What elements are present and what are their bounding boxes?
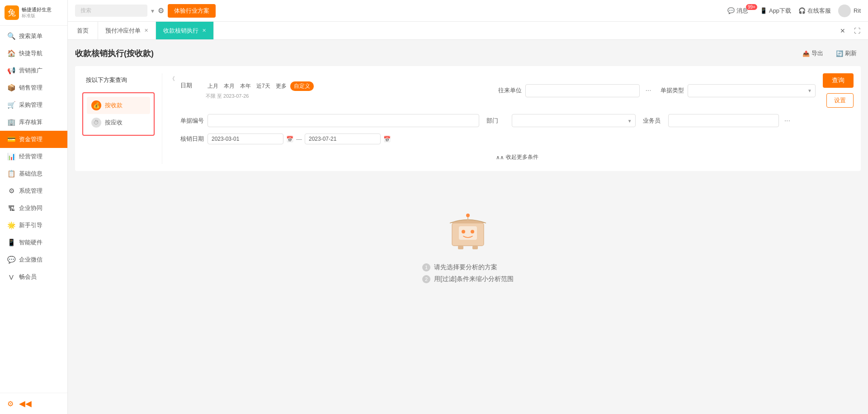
empty-tip-1: 1 请先选择要分析的方案 xyxy=(422,263,514,271)
sidebar-item-quick-nav[interactable]: 🏠 快捷导航 xyxy=(0,45,67,62)
cal-end-icon[interactable]: 📅 xyxy=(383,136,391,143)
doc-type-select[interactable] xyxy=(688,84,816,97)
sidebar-item-purchase[interactable]: 🛒 采购管理 xyxy=(0,96,67,114)
topbar-dropdown-icon[interactable]: ▾ xyxy=(151,7,154,14)
sidebar-item-basic-info[interactable]: 📋 基础信息 xyxy=(0,165,67,182)
dept-select[interactable] xyxy=(512,114,636,127)
counterpart-input[interactable] xyxy=(525,84,640,97)
date-field: 日期 上月 本月 本年 近7天 更多 自定义 不限 至 2023-07-26 xyxy=(180,81,491,100)
collapse-more-btn[interactable]: ∧∧ 收起更多条件 xyxy=(180,151,854,164)
operation-icon: 📊 xyxy=(7,152,15,161)
sidebar-label-enterprise: 企业协同 xyxy=(19,204,42,212)
tab-prepay-offset[interactable]: 预付冲应付单 ✕ xyxy=(98,22,156,39)
verification-date-start[interactable] xyxy=(208,133,283,144)
message-icon: 💬 xyxy=(727,7,735,14)
verification-date-end[interactable] xyxy=(305,133,381,144)
sidebar-label-finance: 资金管理 xyxy=(19,135,42,143)
sales-icon: 📦 xyxy=(7,84,15,92)
tab-receipt-offset[interactable]: 收款核销执行 ✕ xyxy=(156,22,214,39)
shortcut-this-year[interactable]: 本年 xyxy=(238,81,253,91)
verification-date-label: 核销日期 xyxy=(180,135,204,143)
tab-close-btn[interactable]: ✕ xyxy=(835,24,850,38)
marketing-icon: 📢 xyxy=(7,67,15,75)
query-button[interactable]: 查询 xyxy=(823,73,854,88)
filter-option-by-receivable[interactable]: ⏱ 按应收 xyxy=(87,114,150,131)
tab-receipt-close-icon[interactable]: ✕ xyxy=(202,28,206,33)
content-area: 收款核销执行(按收款) 📤 导出 🔄 刷新 按以下方案查询 💰 xyxy=(68,40,868,414)
shortcut-custom[interactable]: 自定义 xyxy=(290,81,314,91)
tab-controls: ✕ ⛶ xyxy=(835,24,868,38)
doc-no-input[interactable] xyxy=(208,114,479,127)
svg-rect-7 xyxy=(472,246,478,249)
sidebar-item-sales[interactable]: 📦 销售管理 xyxy=(0,79,67,96)
app-edition: 标准版 xyxy=(22,13,52,19)
app-download-icon: 📱 xyxy=(760,7,767,14)
refresh-label: 刷新 xyxy=(845,49,857,57)
topbar-message[interactable]: 💬 消息 99+ xyxy=(727,7,753,15)
vip-icon: V xyxy=(7,273,15,281)
tab-prepay-close-icon[interactable]: ✕ xyxy=(144,28,148,33)
settings-bottom-icon[interactable]: ⚙ xyxy=(7,400,14,408)
doc-type-label: 单据类型 xyxy=(660,86,684,95)
tab-expand-btn[interactable]: ⛶ xyxy=(850,24,864,38)
main-area: 搜索 ▾ ⚙ 体验行业方案 💬 消息 99+ 📱 App下载 🎧 在线客服 Ri… xyxy=(68,0,868,414)
app-download-label: App下载 xyxy=(769,7,791,15)
topbar-app-download[interactable]: 📱 App下载 xyxy=(760,7,791,15)
app-logo-icon: 兔 xyxy=(5,5,19,20)
sidebar-item-newbie[interactable]: 🌟 新手引导 xyxy=(0,217,67,234)
shortcut-more[interactable]: 更多 xyxy=(274,81,288,91)
page-actions: 📤 导出 🔄 刷新 xyxy=(798,47,861,60)
sidebar-item-vip[interactable]: V 畅会员 xyxy=(0,268,67,286)
counterpart-dots-btn[interactable]: ··· xyxy=(643,85,653,96)
tip-num-1: 1 xyxy=(422,263,430,271)
basic-info-icon: 📋 xyxy=(7,170,15,178)
user-area[interactable]: Rit xyxy=(838,5,861,17)
shortcut-last-month[interactable]: 上月 xyxy=(206,81,220,91)
export-button[interactable]: 📤 导出 xyxy=(798,47,827,60)
sidebar-label-system: 系统管理 xyxy=(19,187,42,195)
sidebar-label-smart-hw: 智能硬件 xyxy=(19,238,42,247)
user-avatar xyxy=(838,5,851,17)
filter-collapse-btn[interactable]: 《 xyxy=(170,73,175,164)
counterpart-label: 往来单位 xyxy=(498,86,522,95)
sidebar-item-operation[interactable]: 📊 经营管理 xyxy=(0,148,67,165)
sidebar-label-newbie: 新手引导 xyxy=(19,221,42,229)
sidebar-item-search-menu[interactable]: 🔍 搜索菜单 xyxy=(0,28,67,45)
newbie-icon: 🌟 xyxy=(7,221,15,229)
collapse-sidebar-icon[interactable]: ◀◀ xyxy=(19,399,32,409)
search-icon: 🔍 xyxy=(7,32,15,40)
sidebar-item-marketing[interactable]: 📢 营销推广 xyxy=(0,62,67,79)
salesman-dots-btn[interactable]: ··· xyxy=(783,115,792,127)
cal-start-icon[interactable]: 📅 xyxy=(286,136,293,143)
tab-home[interactable]: 首页 xyxy=(68,22,98,39)
tab-home-label: 首页 xyxy=(77,27,89,35)
verification-date-field: 核销日期 📅 — 📅 xyxy=(180,133,854,144)
tip-num-2: 2 xyxy=(422,275,430,283)
sidebar-item-wechat[interactable]: 💬 企业微信 xyxy=(0,251,67,268)
sidebar-item-smart-hw[interactable]: 📱 智能硬件 xyxy=(0,234,67,251)
salesman-input[interactable] xyxy=(668,114,779,127)
shortcut-this-month[interactable]: 本月 xyxy=(222,81,236,91)
solution-button[interactable]: 体验行业方案 xyxy=(168,4,216,18)
svg-point-3 xyxy=(471,230,474,233)
date-shortcuts: 上月 本月 本年 近7天 更多 自定义 xyxy=(206,81,314,91)
filter-divider xyxy=(162,73,162,164)
empty-tips: 1 请先选择要分析的方案 2 用[过滤]条件来缩小分析范围 xyxy=(422,263,514,283)
filter-row-1: 日期 上月 本月 本年 近7天 更多 自定义 不限 至 2023-07-26 xyxy=(180,73,854,108)
filter-options-box: 💰 按收款 ⏱ 按应收 xyxy=(82,92,155,136)
filter-option-by-receipt[interactable]: 💰 按收款 xyxy=(87,97,150,114)
topbar-service[interactable]: 🎧 在线客服 xyxy=(798,7,831,15)
dept-select-wrapper: ▼ xyxy=(512,114,636,127)
doc-type-field: 单据类型 ▼ xyxy=(660,84,816,97)
sidebar-item-system[interactable]: ⚙ 系统管理 xyxy=(0,182,67,200)
settings-button[interactable]: 设置 xyxy=(826,93,854,108)
sidebar-item-enterprise[interactable]: 🏗 企业协同 xyxy=(0,200,67,217)
doc-no-field: 单据编号 xyxy=(180,114,479,127)
shortcut-7-days[interactable]: 近7天 xyxy=(255,81,272,91)
svg-point-5 xyxy=(466,214,470,217)
sidebar-item-finance[interactable]: 💳 资金管理 xyxy=(0,131,67,148)
topbar-gear-icon[interactable]: ⚙ xyxy=(158,6,164,15)
refresh-button[interactable]: 🔄 刷新 xyxy=(832,47,861,60)
sidebar-label-sales: 销售管理 xyxy=(19,84,42,92)
sidebar-item-inventory[interactable]: 🏢 库存核算 xyxy=(0,114,67,131)
